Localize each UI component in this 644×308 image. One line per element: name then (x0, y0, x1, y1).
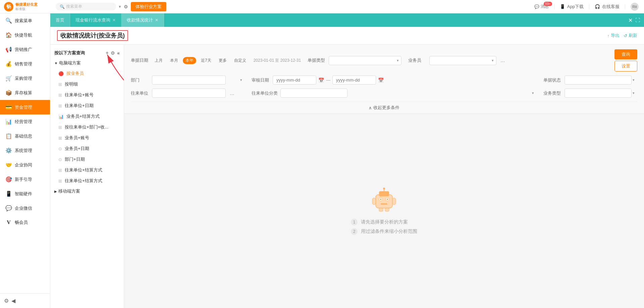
counterpart-input[interactable] (152, 89, 226, 98)
date-filter-item: 单据日期 上月 本月 本年 近7天 更多 自定义 2023-01-01 至 (131, 57, 301, 64)
user-account[interactable]: Rit (631, 3, 639, 11)
sidebar-item-baseinfo[interactable]: 📋 基础信息 (0, 129, 50, 143)
app-download-link[interactable]: 📱 App下载 (560, 4, 584, 10)
query-button[interactable]: 查询 (614, 49, 637, 59)
biz-type-select[interactable] (565, 89, 632, 98)
salesperson-select-wrap (429, 56, 496, 65)
doc-status-select[interactable] (565, 75, 632, 85)
sidebar-item-inventory[interactable]: 📦 库存核算 (0, 86, 50, 100)
sidebar-item-guide[interactable]: 🎯 新手引导 (0, 172, 50, 187)
date-this-month[interactable]: 本月 (167, 57, 181, 64)
sidebar-item-purchase[interactable]: 🛒 采购管理 (0, 71, 50, 86)
group-mobile-arrow-icon: ▶ (54, 190, 57, 193)
collapse-more-button[interactable]: ∧ 收起更多条件 (131, 102, 637, 113)
date-this-year[interactable]: 本年 (183, 57, 196, 64)
search-nav-icon: 🔍 (5, 17, 12, 24)
online-service-link[interactable]: 🎧 在线客服 (595, 4, 620, 10)
sidebar-item-member[interactable]: V 畅会员 (0, 215, 50, 229)
scheme-item-dept-date[interactable]: ⊙ 部门+日期 (50, 154, 124, 165)
date-last7[interactable]: 近7天 (198, 57, 214, 64)
svg-point-4 (383, 188, 385, 190)
message-badge: 99+ (544, 2, 552, 6)
scheme-item-salesperson-account[interactable]: ⊠ 业务员+账号 (50, 133, 124, 143)
date-more[interactable]: 更多 (216, 57, 229, 64)
tab-bar-actions: ✕ ⛶ (628, 17, 644, 23)
message-button[interactable]: 💬 消息 99+ (534, 4, 549, 9)
sidebar-item-finance[interactable]: 💳 资金管理 (0, 100, 50, 114)
scheme-item-salesperson-date[interactable]: ⊙ 业务员+日期 (50, 143, 124, 154)
scheme-item-unit-settle2[interactable]: ⊞ 往来单位+结算方式 (50, 165, 124, 175)
audit-date-from[interactable] (273, 75, 316, 85)
salesperson-input[interactable] (429, 56, 496, 65)
counterpart-label: 往来单位 (131, 90, 149, 96)
date-custom[interactable]: 自定义 (231, 57, 249, 64)
sidebar-item-hardware[interactable]: 📱 智能硬件 (0, 187, 50, 201)
counterpart-more-button[interactable]: ... (230, 90, 234, 96)
settings-icon[interactable]: ⚙ (124, 4, 128, 9)
scheme-item-by-detail[interactable]: ⊞ 按明细 (50, 79, 124, 90)
sidebar-item-enterprise[interactable]: 🤝 企业协同 (0, 158, 50, 172)
sidebar: 🔍 搜索菜单 🏠 快捷导航 📢 营销推广 💰 销售管理 🛒 采购管理 📦 库存核… (0, 13, 50, 308)
sidebar-item-search[interactable]: 🔍 搜索菜单 (0, 13, 50, 28)
scheme-add-button[interactable]: + (106, 50, 109, 56)
salesperson-more-button[interactable]: ... (500, 57, 505, 63)
dropdown-icon[interactable]: ▾ (119, 4, 121, 9)
doc-status-label: 单据状态 (543, 77, 562, 83)
empty-step-2: 2 用过滤条件来缩小分析范围 (351, 228, 417, 235)
inventory-icon: 📦 (5, 90, 12, 96)
tab-close-collection[interactable]: ✕ (155, 18, 158, 22)
try-industry-button[interactable]: 体验行业方案 (131, 2, 166, 11)
date-prev-month[interactable]: 上月 (152, 57, 165, 64)
sidebar-gear-icon[interactable]: ⚙ (4, 298, 9, 304)
date-shortcuts: 上月 本月 本年 近7天 更多 自定义 2023-01-01 至 2023-12… (152, 57, 301, 64)
menu-search-bar[interactable]: 🔍 搜索菜单 (56, 3, 116, 10)
settings-button[interactable]: 设置 (614, 61, 637, 71)
tab-collection[interactable]: 收款情况统计 ✕ (121, 13, 164, 27)
refresh-button[interactable]: ↺ 刷新 (624, 33, 637, 39)
scheme-collapse-button[interactable]: « (117, 50, 120, 56)
svg-rect-9 (381, 203, 387, 205)
scheme-item-unit-account[interactable]: ⊞ 往来单位+账号 (50, 90, 124, 100)
calendar-to-icon[interactable]: 📅 (378, 78, 384, 83)
tab-expand-icon[interactable]: ⛶ (635, 17, 640, 23)
download-icon: 📱 (560, 4, 565, 9)
query-area: 单据日期 上月 本月 本年 近7天 更多 自定义 2023-01-01 至 (124, 45, 644, 308)
audit-date-to[interactable] (332, 75, 376, 85)
sidebar-item-operations[interactable]: 📊 经营管理 (0, 114, 50, 129)
sidebar-item-marketing[interactable]: 📢 营销推广 (0, 42, 50, 57)
date-filter-label: 单据日期 (131, 57, 149, 63)
filter-row-1: 单据日期 上月 本月 本年 近7天 更多 自定义 2023-01-01 至 (131, 49, 637, 71)
marketing-icon: 📢 (5, 46, 12, 53)
counterpart-category-label: 往来单位分类 (252, 90, 278, 96)
sidebar-item-sales[interactable]: 💰 销售管理 (0, 57, 50, 71)
scheme-item-unit-settle3[interactable]: ⊞ 往来单位+结算方式 (50, 175, 124, 186)
scheme-item-unit-date[interactable]: ⊞ 往来单位+日期 (50, 100, 124, 111)
export-icon: ↑ (607, 33, 610, 38)
scheme-item-unit-dept[interactable]: ⊞ 按往来单位+部门+收... (50, 122, 124, 133)
calendar-from-icon[interactable]: 📅 (318, 78, 324, 83)
scheme-group-pc-title[interactable]: ▼ 电脑端方案 (50, 58, 124, 68)
biz-type-filter-item: 业务类型 (543, 89, 637, 98)
counterpart-category-select[interactable] (280, 89, 347, 98)
scheme-group-mobile-title[interactable]: ▶ 移动端方案 (50, 186, 124, 196)
dept-select[interactable] (152, 75, 226, 85)
scheme-gear-button[interactable]: ⚙ (111, 50, 115, 56)
sidebar-collapse-icon[interactable]: ◀‍ (11, 298, 15, 304)
tab-bank[interactable]: 现金银行流水查询 ✕ (70, 13, 121, 27)
tab-close-window-icon[interactable]: ✕ (628, 17, 633, 23)
export-button[interactable]: ↑ 导出 (607, 33, 620, 39)
tab-home[interactable]: 首页 (50, 13, 70, 27)
scheme-item-salesperson-settle[interactable]: 📊 业务员+结算方式 (50, 111, 124, 122)
sidebar-item-wechat[interactable]: 💬 企业微信 (0, 201, 50, 215)
sidebar-item-system[interactable]: ⚙️ 系统管理 (0, 143, 50, 158)
salesperson-filter-item: 业务员 ... (408, 56, 502, 65)
filter-row-2: 部门 审核日期 📅 — (131, 75, 637, 85)
tab-close-bank[interactable]: ✕ (112, 18, 116, 22)
doc-type-select[interactable] (329, 56, 401, 65)
scheme-item-by-salesperson[interactable]: 🔴 按业务员 (50, 68, 124, 79)
scheme-item-icon-0: 🔴 (58, 71, 64, 76)
divider (554, 4, 554, 9)
sidebar-item-quicknav[interactable]: 🏠 快捷导航 (0, 28, 50, 42)
sidebar-bottom: ⚙ ◀‍ (0, 293, 50, 308)
logo-area: 畅 畅捷通好生意 标准版 (0, 0, 50, 13)
